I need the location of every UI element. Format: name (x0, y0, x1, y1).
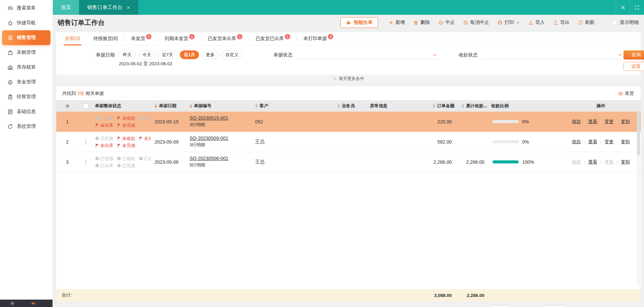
smart-generate-button[interactable]: 智能生单 (340, 17, 378, 28)
date-option-pill[interactable]: 昨天 (119, 50, 136, 59)
page-number-input[interactable] (544, 305, 567, 307)
tab-sales-order-workbench[interactable]: 销售订单工作台 (79, 0, 138, 15)
action-divider: | (584, 159, 585, 164)
row-progress-cell: 0% (489, 139, 561, 145)
row-checkbox[interactable] (86, 159, 86, 165)
action-receive-link[interactable]: 收款 (572, 159, 581, 165)
date-option-pill[interactable]: 自定义 (221, 50, 242, 59)
toolbar-ban-button[interactable]: 中止 (438, 20, 455, 26)
sidebar-item-search[interactable]: 搜索菜单 (0, 1, 53, 15)
filter-tab-label: 全部(3) (65, 36, 80, 42)
check-circle-icon (95, 156, 99, 161)
action-view-link[interactable]: 查看 (588, 139, 597, 145)
action-change-link[interactable]: 变更 (605, 159, 614, 165)
sidebar-item-sales[interactable]: 销售管理 (2, 30, 50, 45)
column-settings-header[interactable] (56, 104, 78, 109)
column-header-4[interactable]: 业务员 (335, 103, 368, 109)
order-status-select[interactable] (297, 50, 438, 59)
toolbar-trash-button[interactable]: 删除 (413, 20, 430, 26)
filter-tab-4[interactable]: 已发货未出库1 (208, 32, 242, 45)
per-page-select[interactable]: 50 (489, 305, 510, 307)
column-header-2[interactable]: 单据编号 (188, 103, 253, 109)
filter-tab-0[interactable]: 全部(3) (65, 32, 80, 45)
column-header-7[interactable]: 累计收款... (456, 103, 489, 109)
filter-tab-badge: 1 (285, 34, 290, 39)
expand-more-filters[interactable]: 展开更多条件 (56, 75, 641, 83)
action-copy-link[interactable]: 复制 (621, 139, 630, 145)
toolbar-refresh-button[interactable]: 刷新 (578, 20, 595, 26)
toolbar-import-button[interactable]: 导入 (528, 20, 545, 26)
action-receive-link[interactable]: 收款 (572, 119, 581, 125)
date-range-value[interactable]: 2023-05-02 至 2023-06-02 (119, 61, 242, 67)
window-fullscreen-button[interactable] (630, 0, 644, 15)
total-amount: 3,088.00 (421, 293, 456, 298)
query-button[interactable]: 查询 (623, 50, 644, 60)
date-filter-group: 单据日期 昨天今天近7天近1月更多自定义 2023-05-02 至 2023-0… (96, 50, 242, 67)
action-change-link[interactable]: 变更 (605, 139, 614, 145)
date-option-pill[interactable]: 今天 (138, 50, 155, 59)
date-option-pill[interactable]: 更多 (202, 50, 218, 59)
action-view-link[interactable]: 查看 (588, 119, 597, 125)
show-detail-checkbox[interactable] (612, 20, 617, 25)
speaker-icon[interactable] (31, 301, 36, 306)
filter-tab-divider (201, 36, 201, 41)
toolbar-printer-button[interactable]: 打印 (498, 20, 520, 26)
select-all-header[interactable] (78, 103, 93, 109)
toolbar-label: 打印 (505, 20, 514, 26)
sort-icons[interactable] (433, 104, 435, 108)
sidebar-item-purchase[interactable]: 采购管理 (0, 45, 53, 60)
column-label: 异常信息 (370, 103, 387, 109)
action-change-link[interactable]: 变更 (605, 119, 614, 125)
status-badge-done: 已完成 (117, 162, 135, 169)
vertical-scrollbar[interactable] (637, 112, 640, 286)
tab-home[interactable]: 首页 (53, 0, 79, 15)
sort-icons[interactable] (337, 104, 340, 108)
show-detail-toggle[interactable]: 显示明细 (612, 20, 639, 26)
filter-tab-divider (124, 36, 125, 41)
order-detail-lines: 3行明细 (190, 142, 251, 148)
action-copy-link[interactable]: 复制 (621, 159, 630, 165)
sidebar-item-operations[interactable]: 经营管理 (0, 89, 53, 104)
toolbar-export-button[interactable]: 导出 (553, 20, 570, 26)
scrollbar-thumb[interactable] (637, 112, 640, 155)
row-select-cell[interactable] (78, 139, 93, 145)
order-number-link[interactable]: SO-20230509-001 (190, 136, 228, 141)
flag-icon (117, 116, 121, 120)
sidebar-item-inventory[interactable]: 库存核算 (0, 60, 53, 75)
row-select-cell[interactable] (78, 159, 93, 165)
action-view-link[interactable]: 查看 (588, 159, 597, 165)
row-checkbox[interactable] (86, 139, 86, 145)
row-select-cell[interactable] (78, 119, 93, 124)
sidebar-item-funds[interactable]: 资金管理 (0, 75, 53, 89)
sort-icons[interactable] (190, 104, 192, 108)
filter-tab-5[interactable]: 已发货已出库1 (256, 32, 290, 45)
filter-tab-3[interactable]: 到期未发货1 (165, 32, 195, 45)
row-checkbox[interactable] (86, 119, 86, 124)
settings-button[interactable]: 设置 (623, 62, 644, 71)
sidebar-item-home[interactable]: 快捷导航 (0, 15, 53, 30)
sort-icons[interactable] (155, 104, 157, 108)
action-receive-link[interactable]: 收款 (572, 139, 581, 145)
ship-button[interactable]: 发货 (618, 90, 634, 97)
order-number-link[interactable]: SO-20230506-001 (190, 156, 228, 161)
window-close-button[interactable] (616, 0, 630, 15)
sidebar-item-system[interactable]: 系统管理 (0, 119, 53, 134)
toolbar-ban-cancel-button[interactable]: 取消中止 (463, 20, 489, 26)
order-number-link[interactable]: SO-20230515-001 (190, 115, 228, 121)
sort-icons[interactable] (462, 104, 464, 108)
date-option-pill[interactable]: 近7天 (158, 50, 177, 59)
filter-tab-6[interactable]: 未打印单据3 (303, 32, 333, 45)
filter-tab-2[interactable]: 未发货1 (131, 32, 151, 45)
column-header-1[interactable]: 单据日期 (152, 103, 188, 109)
column-header-6[interactable]: 订单金额 (421, 103, 456, 109)
column-header-3[interactable]: 客户 (253, 103, 335, 109)
date-option-pill[interactable]: 近1月 (180, 50, 199, 59)
select-all-checkbox[interactable] (83, 103, 89, 109)
toolbar-plus-button[interactable]: 新增 (388, 20, 405, 26)
filter-tab-1[interactable]: 待拣验货(0) (93, 32, 118, 45)
gear-icon[interactable] (10, 301, 15, 306)
sidebar-item-baseinfo[interactable]: 基础信息 (0, 104, 53, 119)
sort-icons[interactable] (255, 104, 258, 108)
payment-status-select[interactable] (482, 50, 623, 59)
action-copy-link[interactable]: 复制 (621, 119, 630, 125)
